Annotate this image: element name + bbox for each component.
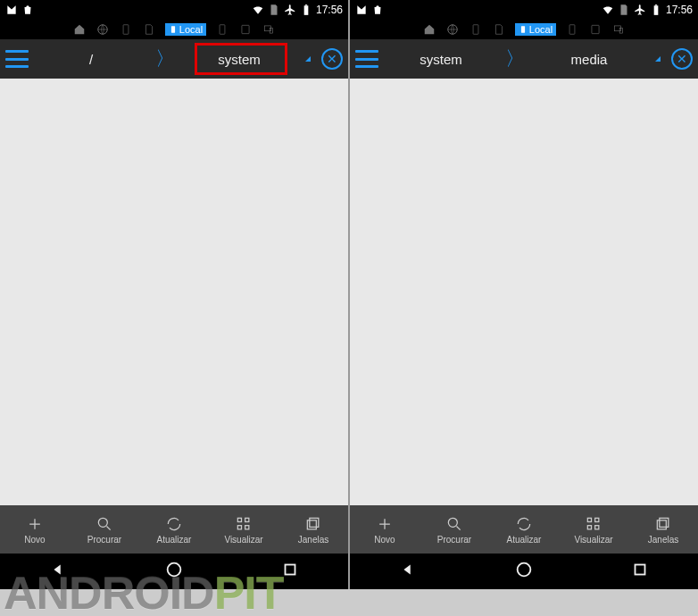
- recent-button[interactable]: [280, 560, 300, 583]
- svg-point-27: [448, 518, 457, 527]
- wifi-icon: [602, 4, 614, 16]
- refresh-label: Atualizar: [157, 535, 192, 545]
- crumb-system[interactable]: system: [180, 52, 298, 67]
- tab-local[interactable]: Local: [515, 23, 556, 36]
- svg-rect-19: [655, 4, 657, 5]
- screen-right: 17:56 Local system 〉 media ✕ Novo: [350, 0, 698, 589]
- search-button[interactable]: Procurar: [70, 505, 139, 554]
- view-button[interactable]: Visualizar: [209, 505, 278, 554]
- windows-button[interactable]: Janelas: [278, 505, 348, 554]
- refresh-button[interactable]: Atualizar: [139, 505, 209, 554]
- crumb-root[interactable]: /: [32, 52, 150, 67]
- status-time: 17:56: [666, 4, 693, 16]
- globe-icon[interactable]: [445, 22, 460, 37]
- file-icon[interactable]: [492, 22, 506, 37]
- search-label: Procurar: [87, 535, 121, 545]
- menu-icon[interactable]: [5, 50, 29, 68]
- status-time: 17:56: [316, 4, 343, 16]
- close-icon[interactable]: ✕: [671, 48, 693, 70]
- svg-rect-26: [619, 28, 623, 33]
- home-button[interactable]: [164, 560, 184, 583]
- no-sim-icon: [268, 4, 280, 16]
- bottom-toolbar: Novo Procurar Atualizar Visualizar Janel…: [0, 505, 348, 554]
- new-label: Novo: [24, 535, 45, 545]
- windows-label: Janelas: [648, 535, 678, 545]
- file-icon[interactable]: [142, 22, 156, 37]
- tablet-icon[interactable]: [588, 22, 602, 37]
- new-button[interactable]: Novo: [350, 505, 420, 554]
- devices-icon[interactable]: [611, 22, 626, 37]
- gmail-icon: [355, 4, 368, 16]
- status-bar: 17:56: [350, 0, 698, 20]
- view-label: Visualizar: [224, 535, 262, 545]
- svg-rect-0: [304, 5, 309, 14]
- new-button[interactable]: Novo: [0, 505, 70, 554]
- view-label: Visualizar: [574, 535, 612, 545]
- recent-button[interactable]: [630, 560, 650, 583]
- svg-rect-31: [595, 525, 599, 529]
- nav-bar: [350, 554, 698, 589]
- file-grid-right[interactable]: [350, 79, 698, 505]
- svg-rect-1: [305, 4, 307, 5]
- dropdown-icon[interactable]: [655, 56, 661, 62]
- bottom-toolbar: Novo Procurar Atualizar Visualizar Janel…: [350, 505, 698, 554]
- svg-rect-6: [242, 25, 249, 33]
- shopping-icon: [371, 4, 384, 16]
- chevron-right-icon: 〉: [503, 46, 527, 72]
- refresh-button[interactable]: Atualizar: [489, 505, 559, 554]
- airplane-icon: [284, 4, 296, 16]
- new-label: Novo: [374, 535, 395, 545]
- breadcrumb-bar: system 〉 media ✕: [350, 39, 698, 79]
- no-sim-icon: [618, 4, 630, 16]
- svg-rect-22: [521, 26, 525, 33]
- svg-rect-28: [587, 518, 591, 521]
- svg-rect-23: [569, 25, 575, 35]
- back-button[interactable]: [398, 560, 418, 583]
- tablet-icon[interactable]: [238, 22, 253, 37]
- svg-rect-5: [220, 25, 225, 35]
- close-icon[interactable]: ✕: [321, 48, 343, 70]
- devices-icon[interactable]: [262, 22, 276, 37]
- svg-rect-29: [595, 518, 599, 521]
- nav-bar: [0, 554, 348, 589]
- tab-local[interactable]: Local: [165, 23, 206, 36]
- svg-rect-8: [270, 28, 273, 33]
- phone-icon[interactable]: [469, 22, 483, 37]
- crumb-media[interactable]: media: [530, 52, 648, 67]
- svg-rect-15: [307, 520, 316, 529]
- screen-left: 17:56 Local / 〉 system ✕: [0, 0, 348, 589]
- phone2-icon[interactable]: [215, 22, 229, 37]
- search-label: Procurar: [437, 535, 471, 545]
- globe-icon[interactable]: [96, 22, 110, 37]
- svg-rect-12: [237, 525, 241, 529]
- dropdown-icon[interactable]: [305, 56, 311, 62]
- svg-rect-14: [310, 518, 319, 527]
- refresh-label: Atualizar: [507, 535, 542, 545]
- svg-rect-4: [171, 26, 175, 33]
- back-button[interactable]: [48, 560, 68, 583]
- search-button[interactable]: Procurar: [420, 505, 489, 554]
- battery-icon: [650, 4, 662, 16]
- phone2-icon[interactable]: [565, 22, 579, 37]
- svg-rect-32: [660, 518, 669, 527]
- battery-icon: [300, 4, 312, 16]
- svg-rect-21: [473, 25, 478, 35]
- home-icon[interactable]: [422, 22, 436, 37]
- windows-button[interactable]: Janelas: [628, 505, 698, 554]
- menu-icon[interactable]: [355, 50, 378, 68]
- wifi-icon: [252, 4, 264, 16]
- svg-rect-3: [123, 25, 129, 35]
- phone-icon[interactable]: [119, 22, 133, 37]
- view-button[interactable]: Visualizar: [559, 505, 628, 554]
- svg-rect-17: [286, 565, 295, 575]
- home-button[interactable]: [514, 560, 534, 583]
- home-icon[interactable]: [72, 22, 87, 37]
- tab-row: Local: [0, 20, 348, 39]
- tab-row: Local: [350, 20, 698, 39]
- svg-rect-10: [237, 518, 241, 521]
- breadcrumb-bar: / 〉 system ✕: [0, 39, 348, 79]
- svg-point-16: [168, 563, 181, 577]
- file-grid-left[interactable]: [0, 79, 348, 505]
- svg-rect-24: [592, 25, 599, 33]
- crumb-system[interactable]: system: [382, 52, 500, 67]
